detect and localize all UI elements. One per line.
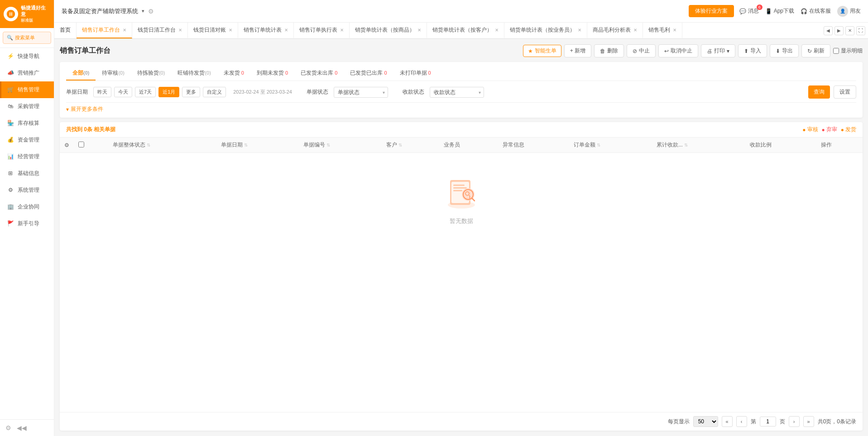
tab-sales-stat-cust[interactable]: 销货单统计表（按客户） ✕	[427, 23, 504, 38]
filter-tab-not-printed[interactable]: 未打印单据 0	[393, 66, 437, 81]
tab-close-icon[interactable]: ✕	[123, 28, 126, 33]
system-dropdown[interactable]: ▾	[142, 8, 144, 14]
sidebar-item-system[interactable]: ⚙ 系统管理	[0, 182, 54, 199]
tab-close-all-button[interactable]: ✕	[845, 26, 854, 35]
date-range-display: 2023-02-24 至 2023-03-24	[233, 89, 292, 95]
empty-text: 暂无数据	[450, 217, 473, 225]
filter-tab-overdue-not-shipped[interactable]: 到期未发货 0	[250, 66, 294, 81]
refresh-button[interactable]: ↻ 刷新	[801, 44, 830, 57]
online-service-button[interactable]: 🎧 在线客服	[801, 7, 831, 15]
tab-next-button[interactable]: ▶	[834, 26, 844, 35]
sidebar-item-marketing[interactable]: 📣 营销推广	[0, 65, 54, 81]
date-more-button[interactable]: 更多	[182, 87, 200, 97]
sidebar-item-label: 营销推广	[18, 69, 39, 77]
per-page-select[interactable]: 10 20 50 100	[693, 416, 718, 427]
sidebar-item-operation[interactable]: 📊 经营管理	[0, 148, 54, 165]
tab-sales-stat-prod[interactable]: 销货单统计表（按商品） ✕	[350, 23, 427, 38]
filter-tab-pending-inspect[interactable]: 待拣验货(0)	[131, 66, 171, 81]
tab-close-icon[interactable]: ✕	[178, 28, 182, 33]
date-7days-button[interactable]: 近7天	[135, 87, 156, 97]
ship-action-link[interactable]: ● 发货	[841, 126, 856, 133]
tab-sales-profit[interactable]: 销售毛利 ✕	[643, 23, 682, 38]
last-page-button[interactable]: »	[803, 416, 814, 427]
search-menu-button[interactable]: 🔍 搜索菜单	[3, 32, 51, 44]
chart-icon: 📊	[7, 153, 14, 160]
sidebar-nav: ⚡ 快捷导航 📣 营销推广 🛒 销售管理 🛍 采购管理 🏪 库存核算 💰 资金管…	[0, 48, 54, 419]
show-detail-label[interactable]: 显示明细	[833, 47, 863, 55]
table-scroll-area[interactable]: ⚙ 单据整体状态⇅ 单据日期⇅	[60, 137, 863, 412]
tab-expand-button[interactable]: ⛶	[856, 26, 865, 35]
sidebar-item-inventory[interactable]: 🏪 库存核算	[0, 115, 54, 132]
show-detail-checkbox[interactable]	[833, 48, 839, 54]
tab-close-icon[interactable]: ✕	[633, 28, 637, 33]
first-page-button[interactable]: «	[722, 416, 733, 427]
filter-tab-wangpu-pending[interactable]: 旺铺待发货(0)	[171, 66, 217, 81]
sidebar-item-label: 新手引导	[18, 220, 39, 227]
tab-close-icon[interactable]: ✕	[284, 28, 288, 33]
column-settings-icon[interactable]: ⚙	[64, 142, 69, 148]
sidebar-item-finance[interactable]: 💰 资金管理	[0, 132, 54, 148]
smart-generate-button[interactable]: ★ 智能生单	[523, 45, 561, 57]
sidebar-item-purchase[interactable]: 🛍 采购管理	[0, 98, 54, 115]
expand-filters-button[interactable]: ▾ 展开更多条件	[66, 105, 856, 113]
date-1month-button[interactable]: 近1月	[158, 87, 179, 97]
next-page-button[interactable]: ›	[789, 416, 800, 427]
gear-icon-topbar[interactable]: ⚙	[148, 8, 154, 15]
date-yesterday-button[interactable]: 昨天	[93, 87, 111, 97]
user-menu[interactable]: 👤 用友	[837, 6, 861, 17]
tab-close-icon[interactable]: ✕	[340, 28, 344, 33]
filter-tab-shipped-not-out[interactable]: 已发货未出库 0	[294, 66, 344, 81]
footer-settings-icon[interactable]: ⚙	[5, 424, 11, 431]
export-button[interactable]: ⬇ 导出	[770, 44, 799, 57]
status-select[interactable]: 单据状态	[334, 87, 388, 98]
app-download-button[interactable]: 📱 App下载	[765, 7, 794, 15]
footer-collapse-icon[interactable]: ◀◀	[17, 424, 27, 431]
delete-button[interactable]: 🗑 删除	[594, 44, 624, 57]
sidebar-item-sales[interactable]: 🛒 销售管理	[0, 81, 54, 98]
payment-select[interactable]: 收款状态	[430, 87, 484, 98]
cancel-review-action-link[interactable]: ● 弃审	[822, 126, 837, 133]
filter-tab-not-shipped[interactable]: 未发货 0	[217, 66, 250, 81]
query-button[interactable]: 查询	[808, 85, 830, 99]
tab-home[interactable]: 首页	[54, 23, 77, 38]
tab-close-icon[interactable]: ✕	[578, 28, 581, 33]
message-button[interactable]: 💬 消息 6	[739, 7, 759, 15]
filter-tab-all[interactable]: 全部(0)	[66, 66, 96, 81]
filter-tab-pending-review[interactable]: 待审核(0)	[96, 66, 130, 81]
industry-solution-button[interactable]: 体验行业方案	[689, 5, 734, 17]
cancel-stop-button[interactable]: ↩ 取消中止	[658, 44, 698, 57]
tab-sales-workbench[interactable]: 销售订单工作台 ✕	[77, 23, 132, 38]
tab-sales-stat[interactable]: 销售订单统计表 ✕	[238, 23, 294, 38]
prev-page-button[interactable]: ‹	[736, 416, 747, 427]
tab-prev-button[interactable]: ◀	[824, 26, 833, 35]
date-buttons-group: 昨天 今天 近7天 近1月 更多 自定义	[93, 87, 226, 97]
sidebar-item-quick[interactable]: ⚡ 快捷导航	[0, 48, 54, 65]
message-icon: 💬	[739, 8, 746, 14]
tab-close-icon[interactable]: ✕	[673, 28, 676, 33]
date-custom-button[interactable]: 自定义	[203, 87, 226, 97]
filter-tab-shipped-out[interactable]: 已发货已出库 0	[344, 66, 393, 81]
tab-close-icon[interactable]: ✕	[229, 28, 232, 33]
tab-cash-reconcile[interactable]: 钱货日清对账 ✕	[188, 23, 238, 38]
import-button[interactable]: ⬆ 导入	[738, 44, 767, 57]
sidebar-item-enterprise[interactable]: 🏢 企业协同	[0, 199, 54, 215]
tab-close-icon[interactable]: ✕	[495, 28, 499, 33]
page-input[interactable]	[760, 417, 776, 427]
new-button[interactable]: + 新增	[564, 44, 591, 57]
stop-button[interactable]: ⊘ 中止	[627, 44, 656, 57]
settings-filter-button[interactable]: 设置	[834, 85, 856, 99]
sidebar-item-newbie[interactable]: 🚩 新手引导	[0, 215, 54, 232]
tab-close-icon[interactable]: ✕	[417, 28, 421, 33]
select-all-checkbox[interactable]	[78, 142, 84, 147]
sidebar-item-basic[interactable]: ⊞ 基础信息	[0, 165, 54, 182]
tab-sales-exec[interactable]: 销售订单执行表 ✕	[294, 23, 350, 38]
review-action-link[interactable]: ● 审核	[802, 126, 818, 133]
tab-cash-daily[interactable]: 钱货日清工作台 ✕	[132, 23, 188, 38]
tab-gross-profit[interactable]: 商品毛利分析表 ✕	[587, 23, 643, 38]
tab-sales-stat-staff[interactable]: 销货单统计表（按业务员） ✕	[504, 23, 587, 38]
th-staff: 业务员	[439, 137, 498, 153]
print-button[interactable]: 🖨 打印 ▾	[701, 44, 735, 57]
cancel-review-icon: ●	[822, 127, 825, 133]
date-today-button[interactable]: 今天	[114, 87, 132, 97]
import-icon: ⬆	[744, 48, 748, 54]
